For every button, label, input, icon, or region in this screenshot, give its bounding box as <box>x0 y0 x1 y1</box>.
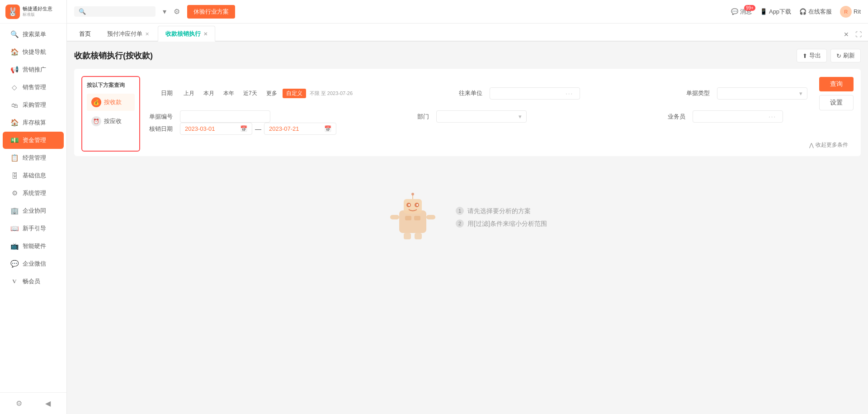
topbar-service-btn[interactable]: 🎧 在线客服 <box>799 8 832 16</box>
inventory-nav-icon: 🏠 <box>10 119 19 127</box>
topbar-settings-icon[interactable]: ⚙ <box>174 7 180 16</box>
tab-home[interactable]: 首页 <box>71 26 99 41</box>
tab-expand-btn[interactable]: ⛶ <box>854 30 863 39</box>
svg-rect-13 <box>415 233 422 239</box>
topbar-solution-btn[interactable]: 休验行业方案 <box>187 5 235 19</box>
date-tab-this-month[interactable]: 本月 <box>200 89 218 98</box>
filter-action-btns: 查询 设置 <box>819 76 854 110</box>
sidebar-item-member[interactable]: V 畅会员 <box>3 273 64 290</box>
verify-start-date[interactable]: 2023-03-01 📅 <box>180 123 252 135</box>
hint-text-1: 请先选择要分析的方案 <box>467 205 531 217</box>
tab-prepay-label: 预付冲应付单 <box>107 30 142 38</box>
filter-option-label: 按收款 <box>104 98 122 106</box>
end-calendar-icon[interactable]: 📅 <box>324 125 331 132</box>
enterprise-nav-icon: 🏢 <box>10 207 19 215</box>
tab-prepay[interactable]: 预付冲应付单 ✕ <box>99 26 157 41</box>
partner-select[interactable]: ··· <box>490 87 580 100</box>
empty-state: 1 请先选择要分析的方案 2 用[过滤]条件来缩小分析范围 <box>74 165 861 269</box>
partner-dots[interactable]: ··· <box>564 90 575 97</box>
topbar-search-area[interactable]: 🔍 <box>74 6 156 17</box>
collapse-btn[interactable]: ⋀ 收起更多条件 <box>804 138 854 152</box>
sidebar-item-hardware[interactable]: 📺 智能硬件 <box>3 238 64 255</box>
export-btn[interactable]: ⬆ 导出 <box>797 49 827 62</box>
sidebar-logo: 🐰 畅捷通好生意 标准版 <box>0 0 66 24</box>
date-tabs: 上月 本月 本年 近7天 更多 自定义 不限 至 2023-07-26 <box>180 89 353 98</box>
topbar-search-input[interactable] <box>88 8 142 15</box>
user-avatar: R <box>840 6 852 18</box>
tab-prepay-close[interactable]: ✕ <box>145 31 149 37</box>
doc-type-label: 单据类型 <box>684 89 710 97</box>
page-actions: ⬆ 导出 ↻ 刷新 <box>797 49 861 62</box>
sidebar-item-search[interactable]: 🔍 搜索菜单 <box>3 26 64 43</box>
sidebar-item-enterprise[interactable]: 🏢 企业协同 <box>3 202 64 219</box>
app-download-icon: 📱 <box>760 8 767 15</box>
topbar-dropdown-icon[interactable]: ▾ <box>163 7 166 16</box>
topbar-app-btn[interactable]: 📱 App下载 <box>760 8 791 16</box>
filter-option-by-receivable[interactable]: ⏰ 按应收 <box>87 113 135 130</box>
collapse-sidebar-btn[interactable]: ◀ <box>43 397 52 409</box>
sidebar-item-inventory[interactable]: 🏠 库存核算 <box>3 114 64 131</box>
sidebar-item-sales[interactable]: ◇ 销售管理 <box>3 79 64 96</box>
date-sub-text: 不限 至 2023-07-26 <box>310 90 353 97</box>
tab-receivable-close[interactable]: ✕ <box>203 31 208 37</box>
tab-receivable[interactable]: 收款核销执行 ✕ <box>158 26 215 42</box>
settings-bottom-btn[interactable]: ⚙ <box>14 397 24 409</box>
hint-item-1: 1 请先选择要分析的方案 <box>456 205 547 217</box>
verify-end-value: 2023-07-21 <box>269 125 299 132</box>
refresh-icon: ↻ <box>836 52 841 59</box>
doc-no-input[interactable] <box>180 110 270 123</box>
setting-btn[interactable]: 设置 <box>819 95 854 110</box>
sidebar-item-label: 快捷导航 <box>23 48 46 56</box>
message-icon: 💬 <box>731 8 738 15</box>
topbar-user-btn[interactable]: R Rit <box>840 6 861 18</box>
svg-rect-6 <box>390 215 399 219</box>
svg-point-4 <box>408 204 410 206</box>
filter-scheme-title: 按以下方案查询 <box>87 81 135 89</box>
date-tab-7days[interactable]: 近7天 <box>240 89 261 98</box>
sidebar-item-guide[interactable]: 📖 新手引导 <box>3 220 64 237</box>
sidebar-item-system[interactable]: ⚙ 系统管理 <box>3 185 64 202</box>
doc-type-select[interactable]: ▾ <box>717 87 807 100</box>
hint-num-1: 1 <box>456 207 464 215</box>
sidebar-item-basic[interactable]: 🗄 基础信息 <box>3 167 64 184</box>
staff-select[interactable]: ··· <box>693 110 783 123</box>
date-tab-this-year[interactable]: 本年 <box>220 89 238 98</box>
query-btn[interactable]: 查询 <box>819 77 854 91</box>
sidebar-item-quick-nav[interactable]: 🏠 快捷导航 <box>3 43 64 61</box>
dept-select[interactable]: ▾ <box>436 110 527 123</box>
refresh-btn[interactable]: ↻ 刷新 <box>830 49 861 62</box>
svg-point-5 <box>416 204 418 206</box>
sidebar-item-purchase[interactable]: 🛍 采购管理 <box>3 96 64 114</box>
filter-scheme-selector: 按以下方案查询 💰 按收款 ⏰ 按应收 <box>81 76 140 152</box>
tabbar: 首页 预付冲应付单 ✕ 收款核销执行 ✕ ✕ ⛶ <box>67 24 868 42</box>
guide-nav-icon: 📖 <box>10 224 19 233</box>
verify-date-label: 核销日期 <box>147 125 173 133</box>
date-tab-more[interactable]: 更多 <box>263 89 281 98</box>
hint-text-2: 用[过滤]条件来缩小分析范围 <box>467 217 547 230</box>
topbar-msg-btn[interactable]: 💬 消息 99+ <box>731 8 752 16</box>
sidebar-item-label: 畅会员 <box>23 277 40 286</box>
staff-dots[interactable]: ··· <box>767 113 778 120</box>
start-calendar-icon[interactable]: 📅 <box>240 125 247 132</box>
doc-type-arrow: ▾ <box>799 90 802 97</box>
wechat-nav-icon: 💬 <box>10 260 19 268</box>
verify-end-date[interactable]: 2023-07-21 📅 <box>264 123 336 135</box>
date-tab-last-month[interactable]: 上月 <box>180 89 198 98</box>
refresh-label: 刷新 <box>843 52 855 60</box>
svg-rect-10 <box>405 216 411 220</box>
sidebar-item-finance[interactable]: 💵 资金管理 <box>3 132 64 149</box>
dept-label: 部门 <box>404 113 429 121</box>
sidebar-item-wechat[interactable]: 💬 企业微信 <box>3 255 64 272</box>
tab-close-all-btn[interactable]: ✕ <box>842 30 851 39</box>
sidebar-nav: 🔍 搜索菜单 🏠 快捷导航 📢 营销推广 ◇ 销售管理 🛍 采购管理 🏠 库存核… <box>0 24 66 392</box>
sidebar-item-label: 库存核算 <box>23 119 46 127</box>
app-name: 畅捷通好生意 <box>23 5 52 12</box>
sidebar-item-marketing[interactable]: 📢 营销推广 <box>3 61 64 78</box>
home-nav-icon: 🏠 <box>10 48 19 56</box>
export-icon: ⬆ <box>802 52 807 59</box>
collapse-chevron-icon: ⋀ <box>809 142 814 148</box>
app-edition: 标准版 <box>23 12 52 18</box>
filter-option-by-receipt[interactable]: 💰 按收款 <box>87 94 135 111</box>
sidebar-item-operation[interactable]: 📋 经营管理 <box>3 149 64 167</box>
date-tab-custom[interactable]: 自定义 <box>283 89 306 98</box>
